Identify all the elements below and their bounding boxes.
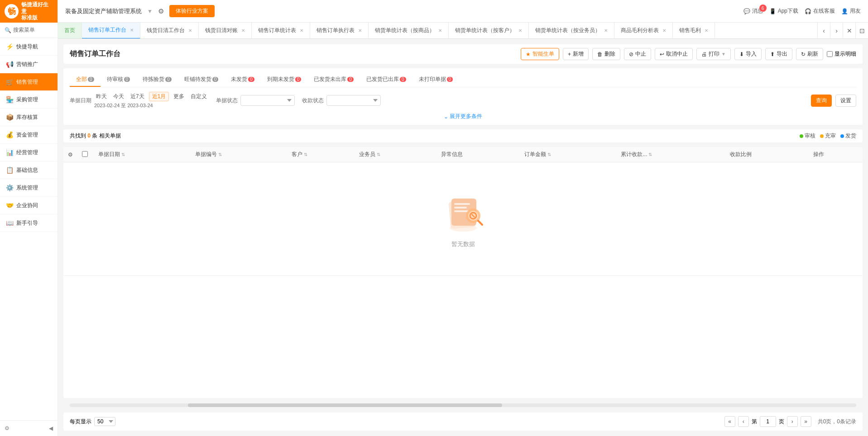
ship-action[interactable]: 发货 (840, 132, 856, 140)
payment-select[interactable] (326, 95, 381, 106)
sort-date[interactable]: 单据日期⇅ (98, 151, 186, 158)
col-number[interactable]: 单据编号⇅ (191, 147, 288, 162)
sort-salesman[interactable]: 业务员⇅ (359, 151, 432, 158)
tab-sales-order-stats[interactable]: 销售订单统计表✕ (252, 23, 310, 39)
date-option-昨天[interactable]: 昨天 (94, 92, 109, 101)
filter-settings-button[interactable]: 设置 (835, 95, 856, 107)
tab-sales-stats-customer[interactable]: 销货单统计表（按客户）✕ (449, 23, 529, 39)
filter-tab-shipped-not-out[interactable]: 已发货未出库0 (307, 73, 360, 87)
date-option-今天[interactable]: 今天 (111, 92, 126, 101)
filter-tab-not-printed[interactable]: 未打印单据0 (412, 73, 460, 87)
sort-amount[interactable]: 订单金额⇅ (524, 151, 612, 158)
filter-tab-overdue-not-shipped[interactable]: 到期未发货0 (261, 73, 308, 87)
tab-close-sales-order-workbench[interactable]: ✕ (130, 28, 134, 33)
sidebar-item-guide[interactable]: 📖新手引导 (0, 214, 58, 232)
next-page-button[interactable]: › (787, 416, 798, 427)
sidebar-item-inventory[interactable]: 📦库存核算 (0, 109, 58, 126)
sidebar-item-finance[interactable]: 💰资金管理 (0, 126, 58, 144)
col-checkbox[interactable] (77, 147, 94, 162)
date-option-近7天[interactable]: 近7天 (129, 92, 146, 101)
search-menu[interactable]: 🔍 搜索菜单 (0, 23, 58, 38)
tab-close-sales-stats-product[interactable]: ✕ (438, 28, 442, 33)
sort-number[interactable]: 单据编号⇅ (195, 151, 283, 158)
sidebar-item-sales[interactable]: 🛒销售管理 (0, 73, 58, 91)
topbar-dropdown-icon[interactable]: ▼ (147, 8, 153, 14)
filter-tab-pending-review[interactable]: 待审核0 (101, 73, 137, 87)
col-salesman[interactable]: 业务员⇅ (355, 147, 436, 162)
tab-close-all[interactable]: ✕ (843, 23, 855, 39)
add-button[interactable]: + 新增 (563, 48, 589, 60)
tab-close-cash-daily-reconcile[interactable]: ✕ (241, 28, 245, 33)
tab-cash-daily[interactable]: 钱货日清工作台✕ (140, 23, 199, 39)
review-action[interactable]: 审核 (800, 132, 815, 140)
tab-close-cash-daily[interactable]: ✕ (188, 28, 192, 33)
tab-sales-order-workbench[interactable]: 销售订单工作台✕ (82, 23, 140, 39)
import-button[interactable]: ⬇ 导入 (734, 48, 762, 60)
sidebar-item-basic-info[interactable]: 📋基础信息 (0, 161, 58, 179)
print-button[interactable]: 🖨 打印 ▼ (696, 48, 731, 60)
col-gear[interactable]: ⚙ (63, 147, 77, 162)
collapse-icon[interactable]: ◀ (49, 425, 53, 431)
tab-nav-left[interactable]: ‹ (817, 23, 830, 39)
show-detail-checkbox[interactable]: 显示明细 (827, 50, 856, 58)
tab-close-sales-order-stats[interactable]: ✕ (300, 28, 303, 33)
stop-button[interactable]: ⊘ 中止 (624, 48, 651, 60)
status-select[interactable] (240, 95, 295, 106)
filter-tab-shipped-out[interactable]: 已发货已出库0 (360, 73, 412, 87)
sidebar-item-marketing[interactable]: 📢营销推广 (0, 56, 58, 73)
settings-icon[interactable]: ⚙ (5, 425, 10, 431)
tab-close-sales-stats-salesman[interactable]: ✕ (604, 28, 608, 33)
show-detail-input[interactable] (827, 51, 833, 57)
col-date[interactable]: 单据日期⇅ (94, 147, 191, 162)
user-menu[interactable]: 👤 用友 (841, 7, 861, 15)
tab-close-goods-margin[interactable]: ✕ (662, 28, 666, 33)
export-button[interactable]: ⬆ 导出 (765, 48, 792, 60)
col-collected[interactable]: 累计收款...⇅ (616, 147, 725, 162)
tab-nav-right[interactable]: › (830, 23, 843, 39)
tab-goods-margin[interactable]: 商品毛利分析表✕ (614, 23, 673, 39)
sidebar-item-purchase[interactable]: 🏪采购管理 (0, 91, 58, 109)
sidebar-item-enterprise[interactable]: 🤝企业协同 (0, 197, 58, 214)
online-service-button[interactable]: 🎧 在线客服 (805, 7, 835, 15)
refresh-button[interactable]: ↻ 刷新 (796, 48, 823, 60)
tab-expand[interactable]: ⊡ (855, 23, 868, 39)
filter-tab-all[interactable]: 全部0 (70, 73, 101, 87)
tab-sales-stats-product[interactable]: 销货单统计表（按商品）✕ (369, 23, 449, 39)
date-option-近1月[interactable]: 近1月 (149, 92, 169, 101)
app-download-button[interactable]: 📱 App下载 (769, 7, 798, 15)
cancel-review-action[interactable]: 充审 (820, 132, 836, 140)
filter-tab-wangpu-pending[interactable]: 旺铺待发货0 (178, 73, 225, 87)
filter-tab-pending-inspection[interactable]: 待拣验货0 (136, 73, 178, 87)
date-option-更多[interactable]: 更多 (172, 92, 186, 101)
prev-page-button[interactable]: ‹ (738, 416, 749, 427)
delete-button[interactable]: 🗑 删除 (592, 48, 620, 60)
tab-close-sales-order-exec[interactable]: ✕ (358, 28, 362, 33)
sort-customer[interactable]: 客户⇅ (292, 151, 350, 158)
cancel-stop-button[interactable]: ↩ 取消中止 (655, 48, 693, 60)
tab-close-sales-stats-customer[interactable]: ✕ (518, 28, 522, 33)
tab-sales-profit[interactable]: 销售毛利✕ (673, 23, 715, 39)
industry-solution-button[interactable]: 体验行业方案 (169, 5, 215, 17)
tab-cash-daily-reconcile[interactable]: 钱货日清对账✕ (199, 23, 252, 39)
col-customer[interactable]: 客户⇅ (287, 147, 355, 162)
per-page-select[interactable]: 50 20 100 200 (94, 417, 115, 426)
sidebar-item-system[interactable]: ⚙️系统管理 (0, 179, 58, 197)
select-all-checkbox[interactable] (82, 151, 88, 157)
query-button[interactable]: 查询 (811, 95, 832, 107)
tab-close-sales-profit[interactable]: ✕ (705, 28, 708, 33)
tab-home[interactable]: 首页 (58, 23, 82, 39)
date-option-自定义[interactable]: 自定义 (189, 92, 209, 101)
sort-collected[interactable]: 累计收款...⇅ (621, 151, 721, 158)
horizontal-scrollbar[interactable] (63, 403, 863, 408)
col-amount[interactable]: 订单金额⇅ (520, 147, 617, 162)
smart-create-button[interactable]: ★ 智能生单 (521, 48, 559, 60)
last-page-button[interactable]: » (801, 416, 811, 427)
tab-sales-stats-salesman[interactable]: 销货单统计表（按业务员）✕ (529, 23, 614, 39)
tab-sales-order-exec[interactable]: 销售订单执行表✕ (310, 23, 369, 39)
sidebar-item-operations[interactable]: 📊经营管理 (0, 144, 58, 161)
message-button[interactable]: 💬 消息 6 (743, 7, 763, 15)
topbar-gear-icon[interactable]: ⚙ (158, 7, 164, 15)
page-number-input[interactable] (760, 416, 776, 427)
filter-tab-not-shipped[interactable]: 未发货0 (225, 73, 261, 87)
sidebar-item-quick-nav[interactable]: ⚡快捷导航 (0, 38, 58, 56)
